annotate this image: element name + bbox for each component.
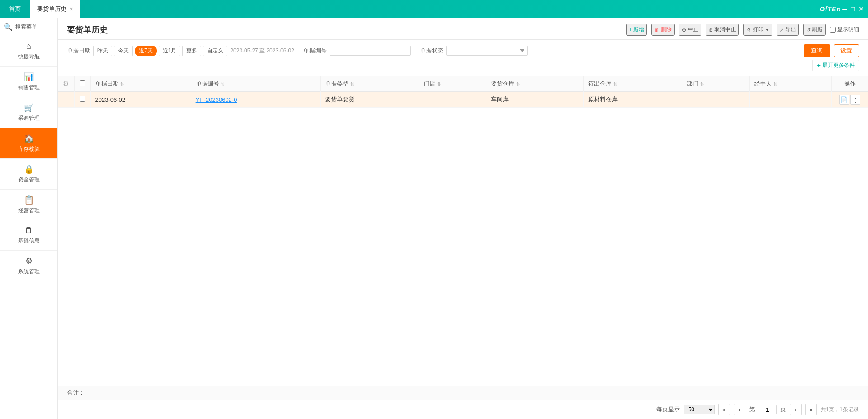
sidebar-item-inventory[interactable]: 🏠 库存核算 — [0, 128, 57, 159]
filter-status-item: 单据状态 — [420, 46, 528, 56]
settings-button[interactable]: 设置 — [834, 44, 859, 57]
sidebar-item-sales-label: 销售管理 — [18, 84, 40, 91]
row-checkbox-cell — [74, 92, 90, 108]
content-area: 要货单历史 + 新增 🗑 删除 ⊖ 中止 ⊕ 取消中止 🖨 打印 — [58, 18, 868, 419]
col-checkbox — [74, 76, 90, 92]
date-btn-7days[interactable]: 近7天 — [135, 46, 157, 56]
table-settings-icon[interactable]: ⚙ — [63, 80, 69, 87]
table-header-row: ⚙ 单据日期 ⇅ 单据编号 ⇅ — [58, 76, 868, 92]
sidebar-item-system[interactable]: ⚙ 系统管理 — [0, 251, 57, 281]
query-button[interactable]: 查询 — [804, 44, 830, 57]
row-checkbox[interactable] — [80, 96, 85, 102]
prev-page-button[interactable]: ‹ — [734, 404, 745, 415]
page-size-label: 每页显示 — [656, 405, 680, 414]
sort-to-warehouse-icon[interactable]: ⇅ — [613, 81, 617, 86]
select-all-checkbox[interactable] — [80, 80, 85, 86]
sidebar-item-system-label: 系统管理 — [18, 268, 40, 276]
cancel-stop-button[interactable]: ⊕ 取消中止 — [706, 24, 739, 36]
tab-bill-history-label: 要货单历史 — [37, 5, 66, 13]
display-detail-check[interactable] — [830, 27, 836, 33]
export-button[interactable]: ↗ 导出 — [777, 24, 799, 36]
row-department — [682, 92, 750, 108]
filter-date-btns: 昨天 今天 近7天 近1月 更多 自定义 — [93, 46, 227, 56]
toolbar: + 新增 🗑 删除 ⊖ 中止 ⊕ 取消中止 🖨 打印 ▼ — [626, 24, 859, 36]
filter-date-label: 单据日期 — [67, 47, 90, 55]
export-icon: ↗ — [779, 27, 784, 33]
cancel-stop-label: 取消中止 — [714, 26, 736, 33]
row-bill-date: 2023-06-02 — [90, 92, 191, 108]
refresh-label: 刷新 — [812, 26, 823, 33]
display-detail-label: 显示明细 — [837, 26, 859, 33]
col-bill-type: 单据类型 ⇅ — [320, 76, 419, 92]
sort-store-icon[interactable]: ⇅ — [437, 81, 441, 86]
delete-icon: 🗑 — [654, 27, 660, 33]
row-bill-no[interactable]: YH-20230602-0 — [191, 92, 320, 108]
sidebar-item-quick-nav[interactable]: ⌂ 快捷导航 — [0, 36, 57, 67]
pagination-bar: 每页显示 20 50 100 200 « ‹ 第 页 › » 共1页，1条记录 — [58, 400, 868, 419]
sidebar: 🔍 搜索菜单 ⌂ 快捷导航 📊 销售管理 🛒 采购管理 🏠 库存核算 🔒 资金管… — [0, 18, 58, 419]
sidebar-item-sales[interactable]: 📊 销售管理 — [0, 67, 57, 97]
sidebar-search[interactable]: 🔍 搜索菜单 — [0, 18, 57, 36]
date-btn-today[interactable]: 今天 — [114, 46, 133, 56]
top-bar: 首页 要货单历史 ✕ OfTEn ─ □ ✕ — [0, 0, 868, 18]
date-btn-more[interactable]: 更多 — [182, 46, 201, 56]
delete-button[interactable]: 🗑 删除 — [651, 24, 675, 36]
cart-icon: 🛒 — [24, 103, 34, 113]
filter-row-2: ✦ 展开更多条件 — [67, 60, 859, 71]
chart-icon: 📊 — [24, 72, 34, 82]
minimize-icon[interactable]: ─ — [842, 5, 847, 13]
export-label: 导出 — [785, 26, 796, 33]
tab-close-icon[interactable]: ✕ — [69, 6, 73, 12]
refresh-button[interactable]: ↺ 刷新 — [803, 24, 826, 36]
sort-handler-icon[interactable]: ⇅ — [774, 81, 777, 86]
tab-home[interactable]: 首页 — [0, 0, 30, 18]
sidebar-item-finance[interactable]: 🔒 资金管理 — [0, 159, 57, 190]
col-bill-date: 单据日期 ⇅ — [90, 76, 191, 92]
table-area: ⚙ 单据日期 ⇅ 单据编号 ⇅ — [58, 76, 868, 386]
brand-label: OfTEn — [820, 5, 841, 13]
sidebar-item-operations[interactable]: 📋 经营管理 — [0, 190, 57, 220]
sidebar-item-purchase-label: 采购管理 — [18, 114, 40, 122]
date-btn-1month[interactable]: 近1月 — [159, 46, 181, 56]
date-btn-custom[interactable]: 自定义 — [203, 46, 227, 56]
close-window-icon[interactable]: ✕ — [859, 5, 864, 13]
page-size-select[interactable]: 20 50 100 200 — [684, 405, 715, 414]
expand-label: 展开更多条件 — [822, 62, 855, 69]
new-button[interactable]: + 新增 — [626, 24, 647, 36]
expand-filter-button[interactable]: ✦ 展开更多条件 — [812, 60, 859, 71]
sidebar-item-basic-info[interactable]: 🗒 基础信息 — [0, 220, 57, 251]
tab-list: 首页 要货单历史 ✕ — [0, 0, 80, 18]
col-handler-label: 经手人 — [754, 80, 772, 87]
stop-button[interactable]: ⊖ 中止 — [679, 24, 701, 36]
next-page-button[interactable]: › — [790, 404, 802, 415]
sort-department-icon[interactable]: ⇅ — [700, 81, 704, 86]
sort-bill-date-icon[interactable]: ⇅ — [120, 81, 124, 86]
row-more-icon[interactable]: ⋮ — [850, 95, 860, 105]
first-page-button[interactable]: « — [718, 404, 730, 415]
tab-bill-history[interactable]: 要货单历史 ✕ — [30, 0, 80, 18]
sidebar-item-purchase[interactable]: 🛒 采购管理 — [0, 97, 57, 128]
main-layout: 🔍 搜索菜单 ⌂ 快捷导航 📊 销售管理 🛒 采购管理 🏠 库存核算 🔒 资金管… — [0, 18, 868, 419]
sidebar-item-quick-nav-label: 快捷导航 — [18, 53, 40, 61]
sort-bill-no-icon[interactable]: ⇅ — [221, 81, 224, 86]
date-btn-yesterday[interactable]: 昨天 — [93, 46, 112, 56]
print-label: 打印 — [753, 26, 764, 33]
row-view-icon[interactable]: 📄 — [839, 95, 849, 105]
col-settings: ⚙ — [58, 76, 74, 92]
filter-billno-input[interactable] — [330, 46, 411, 56]
maximize-icon[interactable]: □ — [851, 5, 855, 13]
filter-status-label: 单据状态 — [420, 47, 443, 55]
row-store — [419, 92, 486, 108]
col-to-warehouse: 待出仓库 ⇅ — [583, 76, 682, 92]
last-page-button[interactable]: » — [805, 404, 817, 415]
home-icon: ⌂ — [26, 42, 31, 51]
warehouse-icon: 🏠 — [24, 133, 34, 143]
print-button[interactable]: 🖨 打印 ▼ — [743, 24, 772, 36]
display-detail-checkbox[interactable]: 显示明细 — [830, 26, 859, 33]
col-handler: 经手人 ⇅ — [750, 76, 832, 92]
sort-bill-type-icon[interactable]: ⇅ — [350, 81, 354, 86]
sort-from-warehouse-icon[interactable]: ⇅ — [516, 81, 520, 86]
refresh-icon: ↺ — [806, 27, 811, 33]
filter-status-select[interactable] — [446, 46, 528, 56]
page-input[interactable] — [759, 405, 777, 414]
